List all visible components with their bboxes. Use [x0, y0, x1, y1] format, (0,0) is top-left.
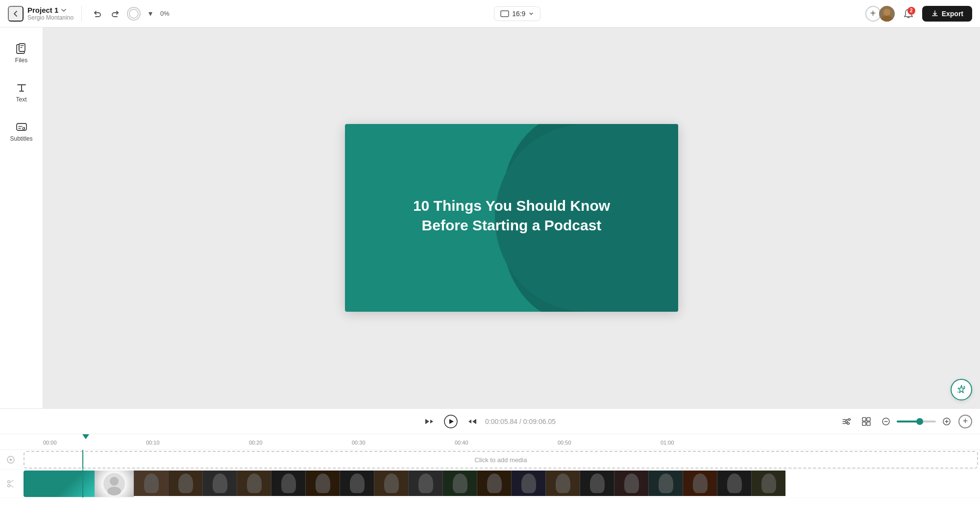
project-info: Project 1 Sergio Montanino [27, 6, 74, 21]
timecode-separator: / [519, 418, 523, 425]
zoom-out-button[interactable] [878, 414, 894, 429]
video-frame [202, 471, 237, 496]
export-button[interactable]: Export [922, 6, 972, 22]
video-frame [614, 471, 648, 496]
subtitles-icon [15, 121, 28, 133]
progress-dropdown[interactable]: ▾ [143, 6, 158, 22]
sidebar-item-text[interactable]: Text [4, 74, 39, 110]
video-frame [168, 471, 202, 496]
sidebar-subtitles-label: Subtitles [10, 135, 32, 142]
svg-rect-1 [501, 11, 509, 17]
play-button[interactable] [441, 412, 461, 431]
video-frame [340, 471, 374, 496]
timeline-area: 00:00 00:10 00:20 00:30 00:40 00:50 01:0… [0, 434, 980, 521]
video-frame [408, 471, 442, 496]
timeline-ruler: 00:00 00:10 00:20 00:30 00:40 00:50 01:0… [0, 434, 980, 450]
preview-canvas[interactable]: 10 Things You Should Know Before Startin… [345, 124, 678, 312]
notifications-button[interactable]: 2 [901, 6, 916, 22]
svg-point-8 [964, 386, 965, 388]
playback-controls [424, 412, 477, 431]
track-icon-media [0, 455, 22, 464]
canvas-area: 10 Things You Should Know Before Startin… [43, 27, 980, 408]
redo-button[interactable] [107, 6, 123, 22]
add-track-button[interactable]: + [958, 415, 972, 428]
timecode: 0:00:05.84 / 0:09:06.05 [485, 418, 556, 425]
magic-button[interactable] [951, 379, 972, 400]
sidebar-text-label: Text [16, 96, 26, 103]
svg-rect-16 [862, 418, 866, 421]
video-track-content [22, 470, 980, 498]
svg-rect-18 [862, 422, 866, 425]
video-frame [442, 471, 477, 496]
forward-button[interactable] [466, 416, 477, 427]
svg-rect-19 [867, 422, 870, 425]
total-time: 0:09:06.05 [523, 418, 556, 425]
video-frame [305, 471, 340, 496]
progress-group: ▾ 0% [127, 6, 170, 22]
tracks-area: Click to add media [0, 450, 980, 498]
svg-point-13 [848, 419, 850, 421]
ruler-mark-40: 00:40 [455, 440, 468, 446]
project-name[interactable]: Project 1 [27, 6, 74, 14]
aspect-ratio-selector[interactable]: 16:9 [494, 6, 540, 21]
add-media-placeholder[interactable]: Click to add media [24, 451, 978, 469]
svg-rect-6 [17, 124, 26, 130]
add-collaborator-button[interactable]: + [865, 6, 881, 22]
video-frame [511, 471, 545, 496]
svg-rect-17 [867, 418, 870, 421]
topbar: Project 1 Sergio Montanino ▾ 0% 16:9 [0, 0, 980, 27]
svg-point-14 [845, 421, 847, 422]
ruler-mark-10: 00:10 [146, 440, 160, 446]
video-frame [751, 471, 785, 496]
main-content: Files Text Subtitles 10 Things You Sh [0, 27, 980, 408]
svg-rect-10 [425, 419, 426, 424]
notification-badge: 2 [907, 7, 915, 15]
ruler-mark-0: 00:00 [43, 440, 57, 446]
ruler-marks-container: 00:00 00:10 00:20 00:30 00:40 00:50 01:0… [43, 434, 980, 449]
video-frame [374, 471, 408, 496]
sidebar-item-files[interactable]: Files [4, 35, 39, 71]
rewind-button[interactable] [424, 416, 435, 427]
add-media-content[interactable]: Click to add media [22, 450, 980, 469]
divider [81, 6, 82, 22]
current-time: 0:00:05.84 [485, 418, 517, 425]
ruler-mark-30: 00:30 [352, 440, 366, 446]
video-strip [24, 471, 978, 497]
playhead-top [82, 434, 89, 439]
video-frame [580, 471, 614, 496]
svg-point-2 [883, 9, 890, 16]
svg-rect-12 [475, 419, 476, 424]
ruler-mark-50: 00:50 [558, 440, 571, 446]
svg-point-26 [110, 477, 119, 486]
playhead-line [82, 450, 83, 469]
video-frame [477, 471, 511, 496]
zoom-in-button[interactable] [939, 414, 955, 429]
ruler-mark-60: 01:00 [661, 440, 674, 446]
video-frame [717, 471, 751, 496]
timeline-settings-button[interactable] [839, 414, 855, 429]
playback-bar: 0:00:05.84 / 0:09:06.05 [0, 409, 980, 434]
undo-button[interactable] [90, 6, 105, 22]
video-frame [271, 471, 305, 496]
svg-point-0 [129, 9, 138, 18]
svg-point-24 [8, 484, 10, 487]
playback-right-controls: + [839, 414, 972, 429]
project-author: Sergio Montanino [27, 14, 74, 21]
zoom-slider[interactable] [897, 421, 936, 422]
sidebar-files-label: Files [15, 57, 27, 64]
undo-redo-group [90, 6, 123, 22]
circle-clip [95, 471, 134, 497]
topbar-left: Project 1 Sergio Montanino ▾ 0% [8, 6, 170, 22]
bottom-panel: 0:00:05.84 / 0:09:06.05 [0, 408, 980, 521]
avatar[interactable] [879, 6, 895, 22]
teal-clip [24, 471, 95, 497]
back-button[interactable] [8, 6, 24, 22]
sidebar-item-subtitles[interactable]: Subtitles [4, 114, 39, 149]
ruler-mark-20: 00:20 [249, 440, 263, 446]
sidebar: Files Text Subtitles [0, 27, 43, 408]
svg-point-23 [8, 480, 10, 483]
add-media-track: Click to add media [0, 450, 980, 470]
svg-point-9 [957, 392, 958, 393]
fit-to-screen-button[interactable] [858, 414, 874, 429]
video-frame [134, 471, 168, 496]
